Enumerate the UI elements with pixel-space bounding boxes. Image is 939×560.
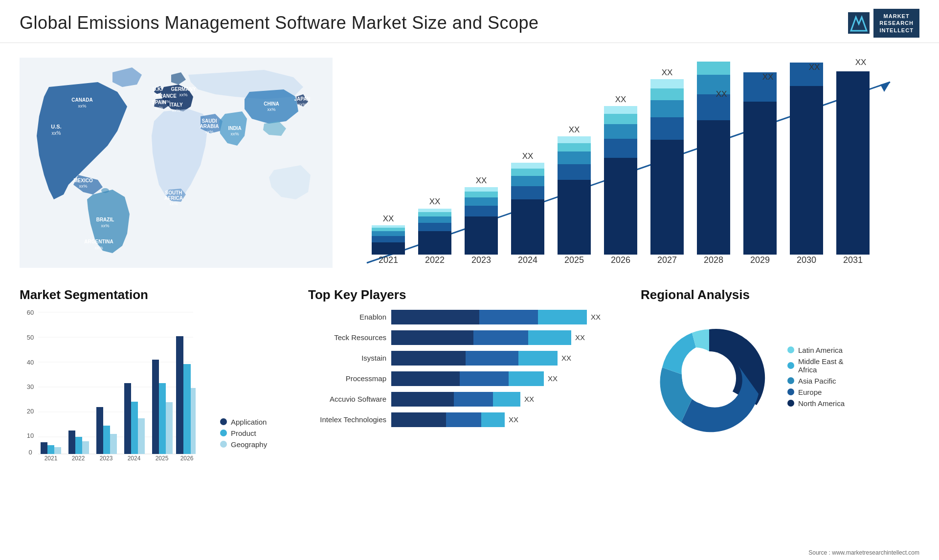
svg-rect-122 xyxy=(75,437,82,454)
legend-asia-pacific-dot xyxy=(787,377,794,384)
svg-rect-65 xyxy=(558,180,591,255)
svg-text:2025: 2025 xyxy=(156,455,169,461)
svg-text:JAPAN: JAPAN xyxy=(294,96,310,102)
svg-rect-69 xyxy=(558,136,591,143)
svg-text:FRANCE: FRANCE xyxy=(156,93,177,99)
player-bar-seg1 xyxy=(391,310,479,324)
svg-text:CANADA: CANADA xyxy=(71,97,92,103)
player-value: XX xyxy=(524,395,534,403)
regional-title: Regional Analysis xyxy=(641,287,919,302)
svg-rect-40 xyxy=(372,228,405,231)
segmentation-section: Market Segmentation 60 50 40 30 20 10 0 xyxy=(20,287,293,488)
svg-rect-75 xyxy=(604,114,637,124)
svg-rect-127 xyxy=(110,434,117,454)
svg-text:xx%: xx% xyxy=(101,223,109,228)
svg-rect-60 xyxy=(511,176,544,186)
svg-text:xx%: xx% xyxy=(267,107,275,112)
svg-text:XX: XX xyxy=(615,95,626,104)
svg-text:xx%: xx% xyxy=(79,184,87,189)
svg-rect-137 xyxy=(176,336,183,454)
svg-text:U.S.: U.S. xyxy=(51,124,61,129)
svg-text:2021: 2021 xyxy=(45,455,58,461)
svg-rect-52 xyxy=(465,206,498,216)
svg-text:10: 10 xyxy=(27,432,34,439)
player-bar-seg2 xyxy=(454,392,493,407)
svg-text:SOUTH: SOUTH xyxy=(165,190,182,195)
legend-application-label: Application xyxy=(231,418,267,426)
svg-rect-118 xyxy=(47,445,54,454)
svg-rect-37 xyxy=(372,242,405,255)
svg-rect-121 xyxy=(68,431,75,454)
svg-rect-134 xyxy=(159,383,166,454)
players-list: Enablon XX Teck Resources XX Isystain xyxy=(308,310,626,427)
svg-rect-67 xyxy=(558,151,591,164)
player-value: XX xyxy=(575,333,585,342)
player-bar-seg1 xyxy=(391,412,446,427)
player-bar-seg2 xyxy=(446,412,481,427)
svg-text:2026: 2026 xyxy=(611,255,630,265)
player-name: Teck Resources xyxy=(308,333,386,342)
svg-rect-81 xyxy=(650,100,684,117)
svg-text:xx%: xx% xyxy=(230,131,239,136)
player-row: Enablon XX xyxy=(308,310,626,324)
player-bar-seg3 xyxy=(509,371,544,386)
svg-text:BRAZIL: BRAZIL xyxy=(96,217,114,222)
svg-rect-68 xyxy=(558,143,591,151)
svg-text:GERMANY: GERMANY xyxy=(171,86,196,92)
svg-text:xx%: xx% xyxy=(78,104,86,108)
svg-text:ARGENTINA: ARGENTINA xyxy=(84,239,113,244)
svg-text:2022: 2022 xyxy=(72,455,85,461)
svg-rect-123 xyxy=(82,441,89,454)
growth-chart-section: 2021 XX 2022 XX 2023 XX 2024 xyxy=(333,48,939,287)
svg-rect-125 xyxy=(96,407,103,454)
legend-mea: Middle East & Africa xyxy=(787,357,845,374)
player-row: Processmap XX xyxy=(308,371,626,386)
legend-north-america-label: North America xyxy=(798,399,845,408)
svg-rect-130 xyxy=(131,402,138,454)
svg-rect-41 xyxy=(372,225,405,228)
svg-text:40: 40 xyxy=(27,359,34,366)
svg-text:XX: XX xyxy=(855,58,867,67)
svg-rect-48 xyxy=(418,209,451,212)
legend-north-america: North America xyxy=(787,399,845,408)
legend-latin-america-dot xyxy=(787,346,794,353)
logo-text: MARKET RESEARCH INTELLECT xyxy=(873,9,919,38)
svg-rect-38 xyxy=(372,236,405,242)
svg-rect-133 xyxy=(152,360,159,454)
player-name: Intelex Technologies xyxy=(308,415,386,424)
player-bar-seg1 xyxy=(391,371,460,386)
legend-geography-label: Geography xyxy=(231,440,267,449)
svg-text:2025: 2025 xyxy=(564,255,584,265)
legend-asia-pacific: Asia Pacific xyxy=(787,377,845,385)
player-bar-seg3 xyxy=(481,412,505,427)
svg-text:U.K.: U.K. xyxy=(153,86,162,92)
legend-geography-dot xyxy=(220,441,227,448)
svg-text:2031: 2031 xyxy=(843,255,863,265)
svg-rect-92 xyxy=(743,102,777,255)
legend-latin-america-label: Latin America xyxy=(798,346,843,354)
svg-text:XX: XX xyxy=(429,197,441,206)
legend-mea-label-line2: Africa xyxy=(798,366,844,374)
legend-latin-america: Latin America xyxy=(787,346,845,354)
legend-geography: Geography xyxy=(220,440,293,449)
svg-text:xx%: xx% xyxy=(298,102,306,107)
player-value: XX xyxy=(509,415,518,424)
logo: MARKET RESEARCH INTELLECT xyxy=(848,9,919,38)
svg-text:SAUDI: SAUDI xyxy=(201,118,217,124)
svg-rect-100 xyxy=(836,71,870,255)
svg-text:30: 30 xyxy=(27,383,34,390)
legend-europe-label: Europe xyxy=(798,388,822,396)
svg-rect-83 xyxy=(650,79,684,88)
svg-marker-0 xyxy=(851,17,867,31)
player-bar-seg3 xyxy=(493,392,520,407)
svg-rect-44 xyxy=(418,231,451,255)
logo-m-icon xyxy=(848,12,870,34)
player-bar-seg1 xyxy=(391,392,454,407)
player-name: Accuvio Software xyxy=(308,395,386,403)
svg-text:XX: XX xyxy=(716,89,727,99)
svg-text:0: 0 xyxy=(28,449,32,456)
growth-chart-svg: 2021 XX 2022 XX 2023 XX 2024 xyxy=(342,58,919,292)
svg-rect-79 xyxy=(650,140,684,255)
legend-product-label: Product xyxy=(231,429,256,437)
svg-rect-58 xyxy=(511,199,544,255)
